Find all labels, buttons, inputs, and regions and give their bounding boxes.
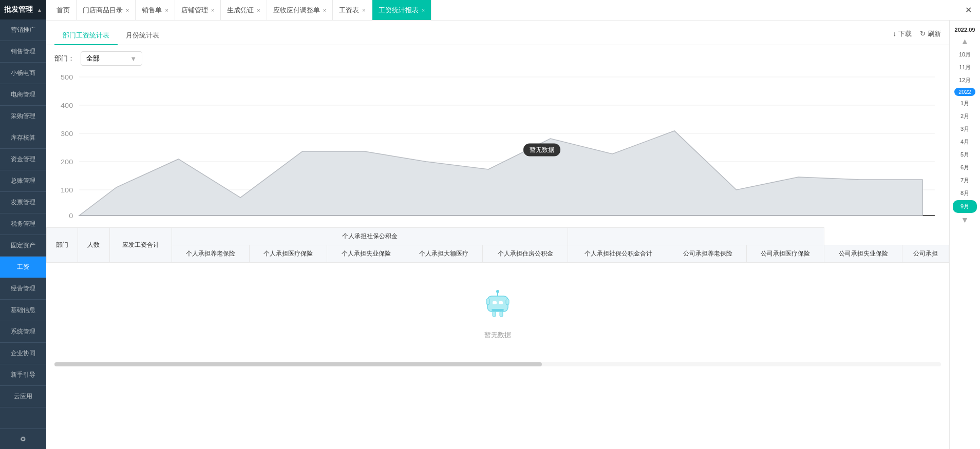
timeline-jun[interactable]: 6月: [950, 161, 980, 174]
tab-close-sales[interactable]: ×: [165, 7, 168, 13]
th-personal-medical: 个人承担医疗保险: [250, 245, 327, 263]
svg-rect-14: [493, 301, 497, 304]
dept-filter-select[interactable]: 全部 ▼: [81, 51, 142, 66]
sidebar-item-dsgll[interactable]: 电商管理: [0, 84, 46, 106]
sidebar-item-cggl[interactable]: 采购管理: [0, 106, 46, 127]
timeline-apr[interactable]: 4月: [950, 135, 980, 148]
sidebar: 批发管理 ▲ 营销推广 销售管理 小畅电商 电商管理 采购管理 库存核算 资金管…: [0, 0, 46, 449]
tab-adjust[interactable]: 应收应付调整单 ×: [267, 0, 333, 21]
sidebar-item-gdzcgl[interactable]: 固定资产: [0, 235, 46, 257]
th-total-wage: 应发工资合计: [109, 228, 172, 263]
svg-point-22: [496, 290, 499, 293]
tab-store-catalog[interactable]: 门店商品目录 ×: [77, 0, 136, 21]
sidebar-item-kchsf[interactable]: 库存核算: [0, 127, 46, 149]
timeline-jan[interactable]: 1月: [950, 97, 980, 110]
tab-close-payroll[interactable]: ×: [362, 7, 365, 13]
svg-text:300: 300: [61, 130, 73, 138]
timeline-nov[interactable]: 11月: [950, 61, 980, 74]
chart-container: 500 400 300 200 100 0: [54, 72, 941, 227]
tab-voucher[interactable]: 生成凭证 ×: [221, 0, 267, 21]
svg-rect-20: [500, 311, 503, 317]
download-icon: ↓: [893, 30, 897, 37]
timeline-nav-down[interactable]: ▼: [961, 213, 969, 227]
chart-svg: 500 400 300 200 100 0: [54, 72, 941, 226]
tab-payroll[interactable]: 工资表 ×: [333, 0, 372, 21]
close-all-tabs[interactable]: ✕: [961, 5, 976, 15]
timeline-jul[interactable]: 7月: [950, 174, 980, 187]
content-area: 部门工资统计表 月份统计表 ↓ 下载 ↻ 刷新: [46, 21, 980, 449]
sidebar-item-xtgl[interactable]: 系统管理: [0, 321, 46, 343]
dept-filter-value: 全部: [86, 54, 100, 63]
th-count: 人数: [78, 228, 109, 263]
tab-close-store-catalog[interactable]: ×: [126, 7, 129, 13]
timeline-sidebar: 2022.09 ▲ 10月 11月 12月 2022 1月 2月 3月: [949, 21, 980, 449]
th-personal-insurance: 个人承担社保公积金: [172, 228, 568, 245]
filter-bar: 部门： 全部 ▼: [46, 45, 949, 72]
sidebar-header[interactable]: 批发管理 ▲: [0, 0, 46, 19]
svg-rect-15: [499, 301, 503, 304]
sidebar-item-jcxx[interactable]: 基础信息: [0, 300, 46, 321]
chevron-down-icon: ▼: [130, 55, 137, 63]
sidebar-item-fpgl[interactable]: 发票管理: [0, 192, 46, 213]
sidebar-item-xcdsh[interactable]: 小畅电商: [0, 63, 46, 84]
refresh-icon: ↻: [920, 30, 926, 37]
sidebar-title: 批发管理: [4, 5, 33, 14]
tab-shop-mgmt[interactable]: 店铺管理 ×: [175, 0, 221, 21]
sidebar-item-yxtt[interactable]: 营销推广: [0, 19, 46, 41]
tab-sales[interactable]: 销售单 ×: [136, 0, 175, 21]
dept-filter-label: 部门：: [54, 54, 74, 63]
scrollbar-thumb[interactable]: [54, 362, 542, 366]
empty-state: 暂无数据: [46, 263, 949, 360]
sidebar-item-swgl[interactable]: 税务管理: [0, 213, 46, 235]
timeline-aug[interactable]: 8月: [950, 187, 980, 200]
horizontal-scrollbar[interactable]: [54, 362, 941, 366]
th-personal-pension: 个人承担养老保险: [172, 245, 249, 263]
th-personal-housing-fund: 个人承担住房公积金: [483, 245, 568, 263]
th-personal-major-medical: 个人承担大额医疗: [405, 245, 482, 263]
sidebar-item-qytx[interactable]: 企业协同: [0, 343, 46, 364]
stats-table: 部门 人数 应发工资合计 个人承担社保公积金 个人承担养老保险 个人承担医疗保险…: [46, 227, 949, 263]
th-company-unemployment: 公司承担失业保险: [824, 245, 902, 263]
page-content: 部门工资统计表 月份统计表 ↓ 下载 ↻ 刷新: [46, 21, 949, 449]
tab-close-shop-mgmt[interactable]: ×: [211, 7, 214, 13]
svg-rect-16: [492, 309, 504, 311]
main-area: 首页 门店商品目录 × 销售单 × 店铺管理 × 生成凭证 × 应收应付调整单 …: [46, 0, 980, 449]
timeline-oct[interactable]: 10月: [950, 48, 980, 61]
svg-rect-18: [506, 299, 509, 305]
sidebar-item-xsyd[interactable]: 新手引导: [0, 364, 46, 386]
settings-icon: ⚙: [20, 435, 26, 443]
sidebar-item-zzgl[interactable]: 总账管理: [0, 170, 46, 192]
empty-icon: [477, 283, 518, 324]
timeline-dec[interactable]: 12月: [950, 74, 980, 87]
th-company-pension: 公司承担养老保险: [669, 245, 746, 263]
sidebar-item-xsgl[interactable]: 销售管理: [0, 41, 46, 63]
tab-close-voucher[interactable]: ×: [257, 7, 260, 13]
timeline-nav-up[interactable]: ▲: [961, 35, 969, 48]
timeline-feb[interactable]: 2月: [950, 110, 980, 123]
th-company-insurance: [568, 228, 824, 245]
timeline-2022-badge[interactable]: 2022: [954, 88, 975, 96]
svg-text:200: 200: [61, 159, 73, 166]
sub-tab-dept[interactable]: 部门工资统计表: [54, 27, 118, 45]
download-btn[interactable]: ↓ 下载: [893, 29, 912, 38]
sidebar-item-zjgl[interactable]: 资金管理: [0, 149, 46, 170]
sidebar-item-gz[interactable]: 工资: [0, 257, 46, 278]
tab-bar: 首页 门店商品目录 × 销售单 × 店铺管理 × 生成凭证 × 应收应付调整单 …: [46, 0, 980, 21]
timeline-may[interactable]: 5月: [950, 148, 980, 161]
th-company-medical: 公司承担医疗保险: [747, 245, 824, 263]
tab-close-payroll-report[interactable]: ×: [422, 7, 425, 13]
svg-text:100: 100: [61, 187, 73, 194]
sidebar-item-jygl[interactable]: 经营管理: [0, 278, 46, 300]
refresh-btn[interactable]: ↻ 刷新: [920, 29, 941, 38]
timeline-mar[interactable]: 3月: [950, 123, 980, 135]
sub-tab-month[interactable]: 月份统计表: [118, 27, 167, 45]
timeline-sep[interactable]: 9月: [953, 200, 977, 213]
sidebar-arrow-icon: ▲: [37, 7, 42, 13]
sidebar-settings[interactable]: ⚙: [0, 428, 46, 449]
sidebar-item-yy[interactable]: 云应用: [0, 386, 46, 407]
tab-close-adjust[interactable]: ×: [323, 7, 326, 13]
tab-payroll-report[interactable]: 工资统计报表 ×: [372, 0, 431, 21]
tab-home[interactable]: 首页: [50, 0, 77, 21]
svg-text:0: 0: [69, 212, 73, 220]
svg-text:500: 500: [61, 74, 73, 81]
